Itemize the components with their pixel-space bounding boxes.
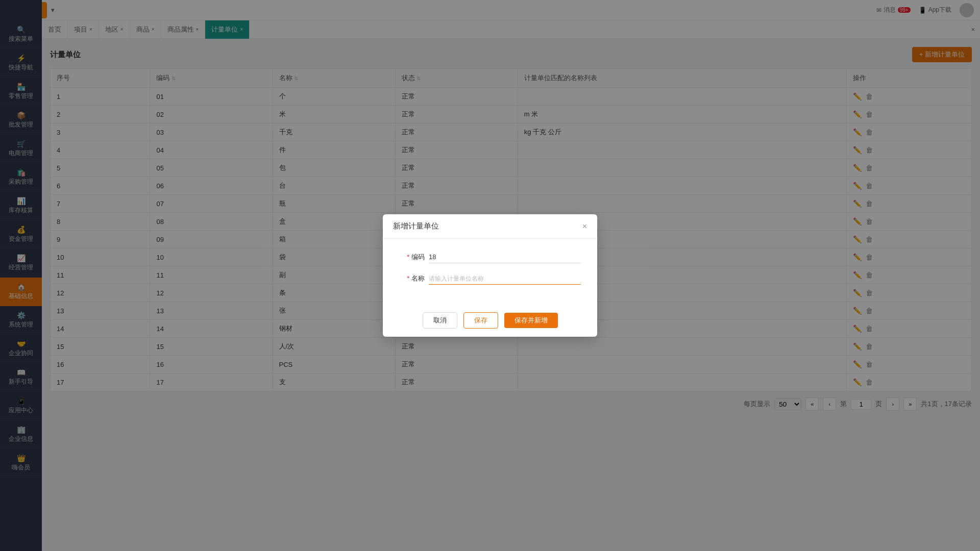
modal-close-button[interactable]: × [582,222,587,231]
name-label: 名称 [399,274,425,283]
code-label: 编码 [399,253,425,262]
modal-header: 新增计量单位 × [383,214,597,239]
modal-overlay: 新增计量单位 × 编码 名称 取消 保存 保存并新增 [0,0,980,551]
name-input[interactable] [429,272,581,285]
save-button[interactable]: 保存 [463,312,498,329]
code-input[interactable] [429,251,581,263]
modal-body: 编码 名称 [383,239,597,306]
modal-footer: 取消 保存 保存并新增 [383,306,597,337]
form-row-code: 编码 [399,251,581,263]
save-and-new-button[interactable]: 保存并新增 [504,313,558,328]
modal-title: 新增计量单位 [393,221,439,231]
add-unit-modal: 新增计量单位 × 编码 名称 取消 保存 保存并新增 [383,214,597,337]
form-row-name: 名称 [399,272,581,285]
cancel-button[interactable]: 取消 [423,312,457,329]
